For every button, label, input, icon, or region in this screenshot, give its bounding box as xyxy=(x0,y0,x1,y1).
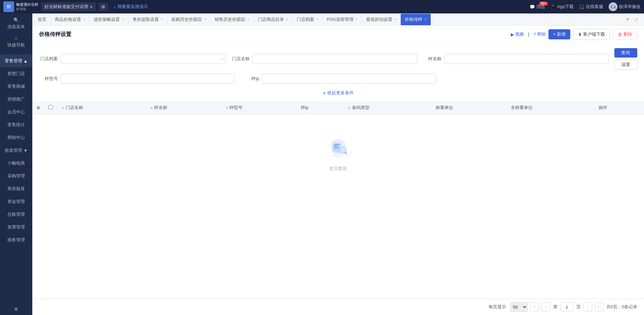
pagination-bar: 每页显示 10 20 50 100 ⟨⟨ ‹ 第 页 › ⟩⟩ 共0页，0条记录 xyxy=(32,299,644,315)
tab-close-icon[interactable]: × xyxy=(316,18,318,21)
sidebar-item-ledger[interactable]: 总账管理 xyxy=(0,208,32,221)
delete-button[interactable]: 🗑 删除 xyxy=(613,29,637,40)
sidebar-search[interactable]: 🔍 搜索菜单 xyxy=(0,15,32,33)
sidebar-item-retail-management[interactable]: 零售管理 ▲ xyxy=(0,55,32,67)
sidebar-settings-button[interactable]: ⚙ xyxy=(0,303,32,315)
tab-close-icon[interactable]: × xyxy=(424,18,426,21)
store-name-field: 门店名称 xyxy=(231,54,417,64)
tab-price-transfer[interactable]: 价格传秤 × xyxy=(401,14,431,25)
scale-model-field: 秤型号 xyxy=(39,74,235,84)
version-selector[interactable]: 好业财标准版交付试用 ▾ xyxy=(41,2,96,11)
tab-close-icon[interactable]: × xyxy=(247,18,249,21)
download-button[interactable]: ⬇ 客户端下载 xyxy=(573,29,610,40)
top-settings-button[interactable]: ⚙ xyxy=(99,3,108,11)
sidebar-item-ecommerce[interactable]: 小畅电商 xyxy=(0,157,32,170)
data-table: ⚙ ⇅ 门店名称 ⇅ 秤名称 xyxy=(32,101,644,192)
tab-close-icon[interactable]: × xyxy=(122,18,124,21)
filter-area: 门店档案 ··· 门店名称 秤名称 查询 xyxy=(32,43,644,101)
tab-close-icon[interactable]: × xyxy=(83,18,85,21)
tab-price-extract[interactable]: 售价提取设置 × xyxy=(129,14,167,25)
page-size-select[interactable]: 10 20 50 100 xyxy=(510,302,528,312)
filter-row-2: 秤型号 秤ip xyxy=(39,74,637,84)
sidebar-item-label: 批发管理 xyxy=(5,147,22,153)
tab-store-archive[interactable]: 门店档案 × xyxy=(293,14,323,25)
sidebar-item-smart-store[interactable]: 智慧门店 xyxy=(0,67,32,80)
prev-page-button[interactable]: ‹ xyxy=(542,303,550,311)
next-page-button[interactable]: › xyxy=(583,303,592,311)
user-menu[interactable]: Ea 徐泽华修改 xyxy=(609,2,641,11)
tab-close-icon[interactable]: × xyxy=(356,18,358,21)
scale-model-input[interactable] xyxy=(61,74,235,84)
sort-icon[interactable]: ⇅ xyxy=(62,106,64,110)
tab-home[interactable]: 首页 xyxy=(34,14,51,25)
scale-name-label: 秤名称 xyxy=(423,56,441,62)
query-button[interactable]: 查询 xyxy=(614,48,637,58)
col-weight-unit: 称重单位 xyxy=(432,101,507,114)
sidebar-item-retail-stats[interactable]: 零售统计 xyxy=(0,118,32,131)
sidebar-item-marketing[interactable]: 营销推广 xyxy=(0,93,32,106)
scale-name-input[interactable] xyxy=(444,54,609,64)
tab-min-discount[interactable]: 最低折扣设置 × xyxy=(362,14,401,25)
tab-goods-price[interactable]: 商品价格设置 × xyxy=(51,14,90,25)
sidebar-item-wholesale[interactable]: 批发管理 ▼ xyxy=(0,144,32,157)
select-all-checkbox[interactable] xyxy=(48,105,53,109)
sidebar-item-tax[interactable]: 税务管理 xyxy=(0,234,32,246)
sidebar-item-finance[interactable]: 资金管理 xyxy=(0,195,32,208)
set-button[interactable]: 设置 xyxy=(614,60,637,70)
tab-close-icon[interactable]: × xyxy=(394,18,396,21)
store-name-input[interactable] xyxy=(252,54,417,64)
first-page-button[interactable]: ⟨⟨ xyxy=(530,303,539,311)
sidebar-item-retail-mall[interactable]: 零售商城 xyxy=(0,80,32,93)
col-barcode-type: ⇅ 条码类型 xyxy=(343,101,432,114)
sort-icon[interactable]: ⇅ xyxy=(348,106,351,110)
scale-ip-input[interactable] xyxy=(262,74,436,84)
main-layout: 🔍 搜索菜单 ☆ 快捷导航 零售管理 ▲ 智慧门店 零售商城 营销推广 会员中心… xyxy=(0,13,644,315)
video-link[interactable]: ▶ 视频 xyxy=(511,31,524,37)
dots-icon[interactable]: ··· xyxy=(220,56,224,62)
collapse-row: ∧ 收起更多条件 xyxy=(39,88,637,99)
sidebar-item-label: 零售管理 xyxy=(5,58,22,64)
tab-purchase-history[interactable]: 采购历史价跟踪 × xyxy=(167,14,210,25)
tab-close-icon[interactable]: × xyxy=(204,18,206,21)
col-settings: ⚙ xyxy=(32,101,44,114)
tab-store-catalog[interactable]: 门店商品目录 × xyxy=(254,14,292,25)
last-page-button[interactable]: ⟩⟩ xyxy=(595,303,604,311)
store-name-label: 门店名称 xyxy=(231,56,250,62)
scale-ip-label: 秤ip xyxy=(240,76,259,82)
tab-close-icon[interactable]: × xyxy=(286,18,288,21)
tab-close-icon[interactable]: × xyxy=(161,18,163,21)
logo-text: 畅捷通好业财 xyxy=(16,2,38,7)
app-download-button[interactable]: 📱 App下载 xyxy=(550,4,574,10)
sidebar-quick-nav[interactable]: ☆ 快捷导航 xyxy=(0,33,32,51)
col-scale-name: ⇅ 秤名称 xyxy=(145,101,221,114)
collapse-button[interactable]: ∧ 收起更多条件 xyxy=(323,90,354,96)
sidebar-item-help[interactable]: 帮助中心 xyxy=(0,131,32,144)
tab-purchase-strategy[interactable]: 进价策略设置 × xyxy=(90,14,128,25)
demo-button[interactable]: ○ 我要看实例演示 xyxy=(111,4,151,10)
help-link[interactable]: ? 帮助 xyxy=(534,31,546,37)
sidebar-item-purchase[interactable]: 采购管理 xyxy=(0,170,32,182)
online-service-button[interactable]: 🎧 在线客服 xyxy=(579,4,603,10)
sort-icon[interactable]: ⇅ xyxy=(226,106,228,110)
page-input[interactable] xyxy=(560,303,574,311)
add-button[interactable]: + 新增 xyxy=(548,29,570,39)
sidebar-item-invoice[interactable]: 发票管理 xyxy=(0,221,32,234)
maximize-tab-button[interactable]: ⤢ xyxy=(633,16,640,23)
chevron-down-icon: ▼ xyxy=(24,148,28,153)
sidebar-item-label: 资金管理 xyxy=(7,199,25,205)
sidebar-item-label: 帮助中心 xyxy=(7,135,25,141)
tab-sales-history[interactable]: 销售历史价跟踪 × xyxy=(211,14,254,25)
sort-icon[interactable]: ⇅ xyxy=(150,106,153,110)
content-area: 首页 商品价格设置 × 进价策略设置 × 售价提取设置 × 采购历史价跟踪 × … xyxy=(32,13,644,315)
scale-model-label: 秤型号 xyxy=(39,76,58,82)
close-tab-button[interactable]: ✕ xyxy=(624,16,631,23)
sidebar-item-inventory[interactable]: 库存核算 xyxy=(0,182,32,195)
page-size-label: 每页显示 xyxy=(489,304,506,310)
tab-pos-management[interactable]: POS加密管理 × xyxy=(323,14,362,25)
message-button[interactable]: 💬 消息 99+ xyxy=(530,4,545,10)
sidebar-item-member[interactable]: 会员中心 xyxy=(0,106,32,118)
star-icon: ☆ xyxy=(14,36,18,41)
settings-icon[interactable]: ⚙ xyxy=(36,105,40,110)
avatar: Ea xyxy=(609,2,617,11)
store-archive-input[interactable] xyxy=(61,54,225,64)
